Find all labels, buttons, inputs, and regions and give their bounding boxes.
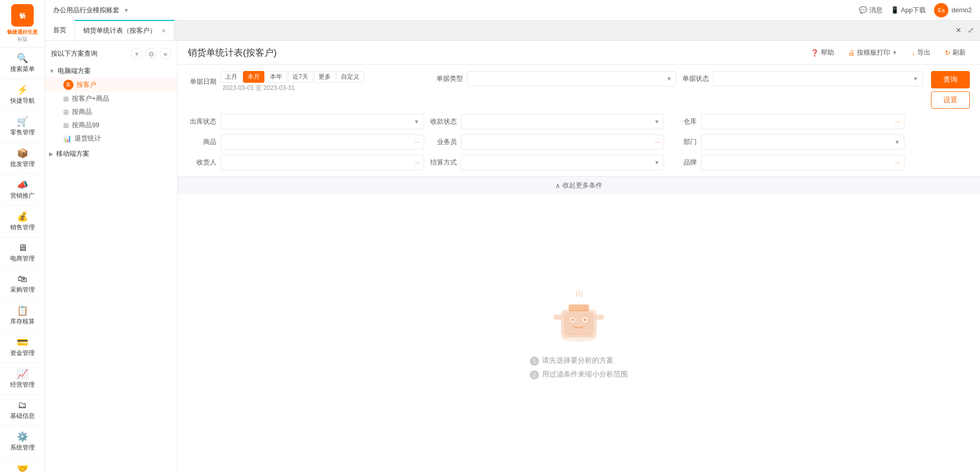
app-subtitle: 标版 xyxy=(2,36,42,43)
sidebar-item-operations[interactable]: 📈 经营管理 xyxy=(0,363,44,395)
breadcrumb-text: 办公用品行业模拟账套 xyxy=(53,6,119,15)
logo-icon: 畅 xyxy=(11,4,34,27)
bill-type-input[interactable]: ▼ xyxy=(467,71,677,86)
warehouse-label: 仓库 xyxy=(668,117,697,126)
collapse-text: 收起更多条件 xyxy=(562,181,602,190)
receiver-input[interactable]: ··· xyxy=(220,155,424,170)
tab-close-all-btn[interactable]: ✕ xyxy=(953,24,964,36)
receiver-more-btn[interactable]: ··· xyxy=(415,159,420,166)
collapse-panel-btn[interactable]: « xyxy=(160,48,171,59)
sidebar-item-inventory[interactable]: 📋 库存核算 xyxy=(0,300,44,332)
tree-child-by-goods-99[interactable]: ⊞ 按商品99 xyxy=(45,119,177,132)
svg-rect-11 xyxy=(595,315,604,320)
tree-parent-pc[interactable]: ▼ 电脑端方案 xyxy=(45,64,177,78)
sidebar-item-system[interactable]: ⚙️ 系统管理 xyxy=(0,426,44,458)
add-scheme-btn[interactable]: + xyxy=(131,48,142,59)
collapse-bar[interactable]: ∧ 收起更多条件 xyxy=(178,177,980,194)
sidebar-item-purchase-label: 采购管理 xyxy=(2,286,42,294)
tree-parent-label: 电脑端方案 xyxy=(58,66,91,76)
bill-type-label: 单据类型 xyxy=(434,74,463,83)
scheme-icon-2: ⊞ xyxy=(63,108,69,116)
sidebar-item-system-label: 系统管理 xyxy=(2,443,42,452)
sidebar-item-ecommerce[interactable]: 🖥 电商管理 xyxy=(0,238,44,269)
date-btn-this-month[interactable]: 本月 xyxy=(243,71,264,83)
sales-icon: 💰 xyxy=(2,211,42,222)
bill-status-arrow: ▼ xyxy=(913,76,918,82)
user-name: demo2 xyxy=(951,6,972,14)
basic-icon: 🗂 xyxy=(2,400,42,411)
app-download-btn[interactable]: 📱 App下载 xyxy=(891,6,926,15)
sidebar-item-inventory-label: 库存核算 xyxy=(2,317,42,326)
help-icon: ❓ xyxy=(811,49,819,57)
sidebar-item-retail[interactable]: 🛒 零售管理 xyxy=(0,111,44,143)
message-btn[interactable]: 💬 消息 xyxy=(859,6,883,15)
sidebar-item-finance[interactable]: 💳 资金管理 xyxy=(0,332,44,363)
user-area[interactable]: Ea demo2 xyxy=(934,3,972,17)
out-status-arrow: ▼ xyxy=(414,119,420,125)
bill-status-input[interactable]: ▼ xyxy=(713,71,923,86)
sidebar-item-search[interactable]: 🔍 搜索菜单 xyxy=(0,48,44,79)
breadcrumb-arrow[interactable]: ▼ xyxy=(124,7,129,13)
tab-sales-stats[interactable]: 销货单统计表（按客户） ✕ xyxy=(75,20,175,40)
avatar-text: Ea xyxy=(938,7,945,13)
message-icon: 💬 xyxy=(859,6,867,14)
date-btn-this-year[interactable]: 本年 xyxy=(265,71,287,83)
salesman-input[interactable]: ··· xyxy=(461,134,665,150)
dept-arrow: ▼ xyxy=(894,139,900,145)
warehouse-more-btn[interactable]: ··· xyxy=(895,119,900,125)
tab-home[interactable]: 首页 xyxy=(45,20,75,40)
date-btn-more[interactable]: 更多 xyxy=(314,71,335,83)
tree-child-return-stats[interactable]: 📊 退货统计 xyxy=(45,132,177,145)
settings-btn[interactable]: 设置 xyxy=(931,91,970,109)
sidebar-item-ecommerce-label: 电商管理 xyxy=(2,254,42,263)
query-btn[interactable]: 查询 xyxy=(931,71,970,88)
warehouse-input[interactable]: ··· xyxy=(701,114,904,129)
tree-child-by-customer-goods[interactable]: ⊞ 按客户+商品 xyxy=(45,92,177,105)
sidebar-item-sales[interactable]: 💰 销售管理 xyxy=(0,206,44,238)
tab-close-icon[interactable]: ✕ xyxy=(161,28,166,34)
sidebar-item-basic[interactable]: 🗂 基础信息 xyxy=(0,395,44,426)
sidebar-item-marketing[interactable]: 📣 营销推广 xyxy=(0,174,44,206)
goods-more-btn[interactable]: ··· xyxy=(415,139,420,145)
tree-parent-mobile-label: 移动端方案 xyxy=(56,149,89,158)
wholesale-icon: 📦 xyxy=(2,148,42,159)
right-panel: 销货单统计表(按客户) ❓ 帮助 🖨 按模板打印 ▼ ↓ 导出 xyxy=(178,41,980,472)
system-icon: ⚙️ xyxy=(2,431,42,442)
collect-status-label: 收款状态 xyxy=(428,117,457,126)
refresh-btn[interactable]: ↻ 刷新 xyxy=(941,46,970,59)
brand-more-btn[interactable]: ··· xyxy=(895,159,900,166)
settlement-arrow: ▼ xyxy=(654,159,659,166)
print-btn[interactable]: 🖨 按模板打印 ▼ xyxy=(844,46,902,59)
dept-input[interactable]: ▼ xyxy=(701,134,904,150)
date-btn-last-month[interactable]: 上月 xyxy=(220,71,242,83)
date-btn-custom[interactable]: 自定义 xyxy=(336,71,364,83)
tree-parent-mobile[interactable]: ▶ 移动端方案 xyxy=(45,147,177,160)
print-dropdown-icon[interactable]: ▼ xyxy=(892,50,898,56)
help-btn[interactable]: ❓ 帮助 xyxy=(806,46,838,59)
tree-child-by-goods[interactable]: ⊞ 按商品 xyxy=(45,105,177,119)
sidebar-item-purchase[interactable]: 🛍 采购管理 xyxy=(0,269,44,300)
inventory-icon: 📋 xyxy=(2,305,42,316)
goods-input[interactable]: ··· xyxy=(220,134,424,150)
tree-child-by-customer[interactable]: 客 按客户 xyxy=(45,78,177,92)
tab-expand-btn[interactable]: ⤢ xyxy=(966,24,976,36)
filter-bill-type: 单据类型 ▼ xyxy=(434,71,677,86)
export-btn[interactable]: ↓ 导出 xyxy=(908,46,935,59)
svg-point-8 xyxy=(584,319,586,321)
out-status-input[interactable]: ▼ xyxy=(220,114,424,129)
brand-input[interactable]: ··· xyxy=(701,155,904,170)
sidebar-item-wholesale[interactable]: 📦 批发管理 xyxy=(0,143,44,174)
settlement-input[interactable]: ▼ xyxy=(461,155,665,170)
retail-icon: 🛒 xyxy=(2,116,42,127)
collect-status-input[interactable]: ▼ xyxy=(461,114,665,129)
salesman-more-btn[interactable]: ··· xyxy=(655,139,659,145)
date-btn-7days[interactable]: 近7天 xyxy=(288,71,313,83)
out-status-label: 出库状态 xyxy=(188,117,216,126)
filter-row-2: 出库状态 ▼ 收款状态 ▼ 仓库 xyxy=(188,114,970,129)
export-icon: ↓ xyxy=(912,49,916,57)
sidebar-item-enterprise[interactable]: 🤝 企业协同 xyxy=(0,458,44,472)
sidebar-item-quick-nav[interactable]: ⚡ 快捷导航 xyxy=(0,79,44,111)
tree-child-return-stats-label: 退货统计 xyxy=(75,134,101,143)
edit-scheme-btn[interactable]: ⊙ xyxy=(145,48,157,59)
svg-rect-10 xyxy=(553,315,562,320)
